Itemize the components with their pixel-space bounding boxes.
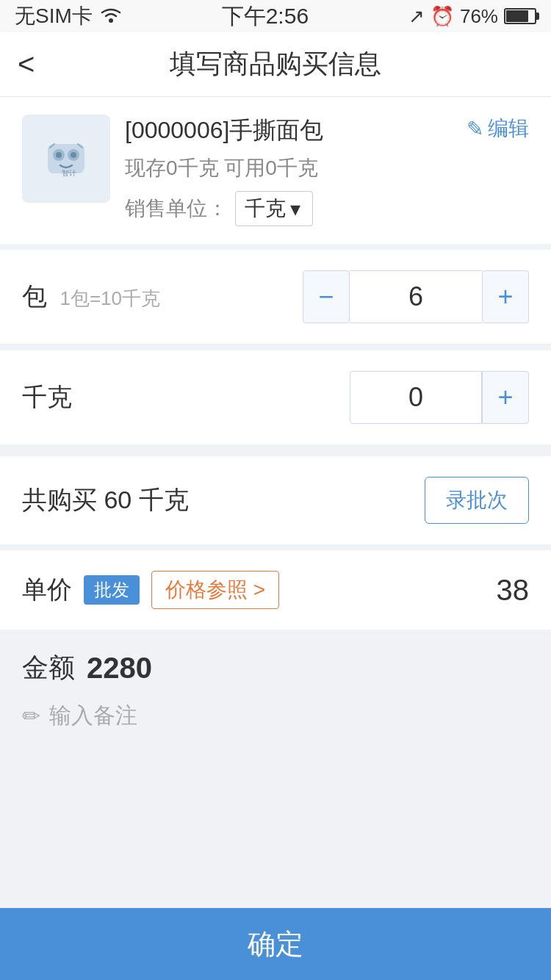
product-unit-row: 销售单位： 千克 ▾	[125, 191, 529, 226]
bao-label: 包 1包=10千克	[22, 280, 303, 314]
batch-button[interactable]: 录批次	[425, 477, 529, 524]
page-title: 填写商品购买信息	[170, 46, 381, 82]
unit-dropdown[interactable]: 千克 ▾	[235, 191, 313, 226]
bao-qty-control: − +	[303, 270, 529, 323]
pencil-icon: ✏	[22, 703, 40, 729]
status-left: 无SIM卡	[15, 2, 122, 30]
alarm-icon: ⏰	[431, 5, 454, 28]
status-right: ↗ ⏰ 76%	[408, 5, 536, 28]
bao-input-row: 包 1包=10千克 − +	[0, 250, 551, 345]
status-bar: 无SIM卡 下午2:56 ↗ ⏰ 76%	[0, 0, 551, 32]
back-button[interactable]: <	[18, 48, 35, 81]
confirm-label: 确定	[248, 926, 303, 963]
bao-sublabel: 1包=10千克	[60, 287, 160, 309]
total-row: 共购买 60 千克 录批次	[0, 450, 551, 544]
edit-button[interactable]: ✎ 编辑	[467, 115, 529, 143]
bao-qty-input[interactable]	[350, 270, 482, 323]
price-ref-button[interactable]: 价格参照 >	[151, 571, 279, 609]
amount-row: 金额 2280	[22, 650, 529, 686]
product-thumbnail: 智计	[22, 115, 110, 203]
bao-label-text: 包	[22, 282, 47, 310]
kg-qty-input[interactable]	[350, 371, 482, 424]
amount-section: 金额 2280 ✏ 输入备注	[0, 630, 551, 746]
edit-label: 编辑	[488, 115, 529, 143]
note-row[interactable]: ✏ 输入备注	[22, 701, 529, 731]
kg-increment-button[interactable]: +	[482, 371, 529, 424]
note-placeholder: 输入备注	[49, 701, 137, 731]
svg-text:智计: 智计	[62, 169, 76, 177]
price-batch-tag: 批发	[84, 575, 140, 605]
kg-input-row: 千克 +	[0, 350, 551, 444]
price-label: 单价	[22, 573, 72, 607]
product-stock: 现存0千克 可用0千克	[125, 154, 529, 182]
total-label: 共购买 60 千克	[22, 483, 425, 517]
kg-label: 千克	[22, 381, 350, 414]
kg-quantity-section: 千克 +	[0, 350, 551, 444]
svg-point-4	[56, 152, 62, 158]
bao-decrement-button[interactable]: −	[303, 270, 350, 323]
kg-qty-control: +	[350, 371, 529, 424]
confirm-button[interactable]: 确定	[0, 908, 551, 980]
bao-quantity-section: 包 1包=10千克 − +	[0, 250, 551, 345]
carrier-label: 无SIM卡	[15, 2, 93, 30]
gps-icon: ↗	[408, 5, 425, 28]
status-time: 下午2:56	[222, 1, 309, 32]
dropdown-arrow-icon: ▾	[290, 197, 300, 221]
price-ref-label: 价格参照 >	[165, 576, 265, 604]
unit-label: 销售单位：	[125, 195, 228, 223]
svg-point-0	[109, 18, 113, 23]
edit-icon: ✎	[467, 117, 483, 141]
product-logo-icon: 智计	[44, 140, 88, 177]
battery-percent: 76%	[460, 5, 498, 28]
amount-label: 金额	[22, 650, 75, 686]
svg-point-5	[71, 152, 76, 158]
nav-bar: < 填写商品购买信息	[0, 32, 551, 97]
battery-icon	[504, 8, 536, 24]
price-section: 单价 批发 价格参照 > 38	[0, 544, 551, 630]
unit-value: 千克	[245, 195, 286, 223]
wifi-icon	[100, 4, 122, 28]
amount-value: 2280	[87, 652, 152, 685]
bao-increment-button[interactable]: +	[482, 270, 529, 323]
price-value: 38	[497, 574, 530, 607]
product-card: 智计 [0000006]手撕面包 现存0千克 可用0千克 销售单位： 千克 ▾ …	[0, 97, 551, 250]
